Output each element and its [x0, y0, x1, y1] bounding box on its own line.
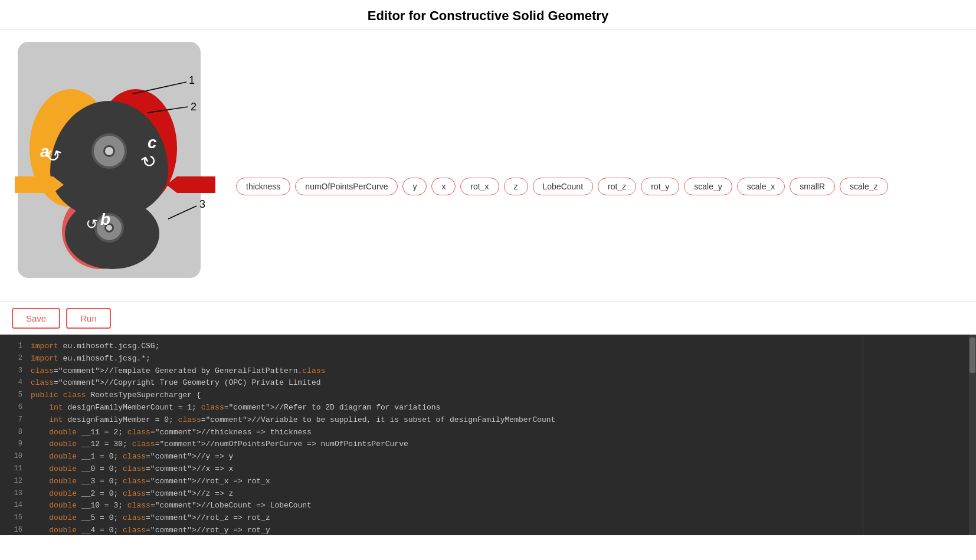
save-button[interactable]: Save: [12, 308, 60, 329]
param-tag-scale_z[interactable]: scale_z: [840, 178, 887, 195]
line-number: 4: [6, 377, 22, 388]
callout-2: 2: [191, 101, 196, 113]
code-line: 6 int designFamilyMemberCount = 1; class…: [0, 402, 863, 414]
code-line: 3class="comment">//Template Generated by…: [0, 365, 863, 378]
code-line: 16 double __4 = 0; class="comment">//rot…: [0, 525, 863, 535]
line-number: 6: [6, 402, 22, 413]
line-code: double __0 = 0; class="comment">//x => x: [31, 463, 857, 476]
line-number: 8: [6, 427, 22, 438]
callout-3: 3: [199, 198, 205, 211]
svg-line-2: [168, 206, 196, 219]
line-number: 2: [6, 353, 22, 364]
code-editor-right: [863, 335, 969, 535]
line-code: double __11 = 2; class="comment">//thick…: [31, 427, 857, 439]
run-button[interactable]: Run: [66, 308, 111, 329]
param-tag-numOfPointsPerCurve[interactable]: numOfPointsPerCurve: [295, 178, 398, 195]
code-line: 12 double __3 = 0; class="comment">//rot…: [0, 476, 863, 488]
shaft-top: [91, 133, 127, 169]
line-code: int designFamilyMemberCount = 1; class="…: [31, 402, 857, 414]
line-code: double __4 = 0; class="comment">//rot_y …: [31, 525, 857, 535]
code-line: 15 double __5 = 0; class="comment">//rot…: [0, 512, 863, 525]
param-tag-scale_y[interactable]: scale_y: [684, 178, 732, 195]
line-code: double __2 = 0; class="comment">//z => z: [31, 488, 857, 500]
line-code: double __10 = 3; class="comment">//LobeC…: [31, 500, 857, 512]
line-number: 15: [6, 512, 22, 523]
code-line: 8 double __11 = 2; class="comment">//thi…: [0, 427, 863, 439]
line-code: int designFamilyMember = 0; class="comme…: [31, 414, 857, 427]
line-code: import eu.mihosoft.jcsg.*;: [31, 353, 857, 365]
line-code: public class RootesTypeSupercharger {: [31, 389, 857, 402]
param-tag-rot_y[interactable]: rot_y: [641, 178, 679, 195]
csg-diagram: a b c ↺ ↺ ↺ 1 2 3: [18, 42, 201, 278]
line-number: 14: [6, 500, 22, 511]
param-tag-x[interactable]: x: [431, 178, 456, 195]
line-number: 10: [6, 451, 22, 462]
line-number: 11: [6, 463, 22, 474]
code-line: 11 double __0 = 0; class="comment">//x =…: [0, 463, 863, 476]
arrow-right: [177, 176, 215, 193]
param-tag-rot_z[interactable]: rot_z: [598, 178, 636, 195]
params-container: thicknessnumOfPointsPerCurveyxrot_xzLobe…: [236, 42, 958, 195]
page-title: Editor for Constructive Solid Geometry: [0, 0, 976, 30]
label-b: b: [100, 210, 110, 229]
code-line: 4class="comment">//Copyright True Geomet…: [0, 377, 863, 389]
shaft-top-inner: [103, 145, 115, 157]
line-number: 7: [6, 414, 22, 425]
line-number: 5: [6, 389, 22, 401]
line-code: double __1 = 0; class="comment">//y => y: [31, 451, 857, 463]
line-number: 12: [6, 476, 22, 487]
code-line: 10 double __1 = 0; class="comment">//y =…: [0, 451, 863, 463]
scrollbar-thumb[interactable]: [970, 338, 975, 373]
callout-1: 1: [189, 74, 195, 87]
code-line: 5public class RootesTypeSupercharger {: [0, 389, 863, 402]
line-code: import eu.mihosoft.jcsg.CSG;: [31, 340, 857, 353]
arrow-left: [15, 176, 53, 193]
param-tag-rot_x[interactable]: rot_x: [460, 178, 499, 195]
param-tag-z[interactable]: z: [504, 178, 528, 195]
editor-split: 1import eu.mihosoft.jcsg.CSG;2import eu.…: [0, 335, 976, 535]
param-tag-y[interactable]: y: [402, 178, 427, 195]
param-tag-LobeCount[interactable]: LobeCount: [533, 178, 594, 195]
line-number: 3: [6, 365, 22, 376]
line-code: class="comment">//Template Generated by …: [31, 365, 857, 378]
code-line: 14 double __10 = 3; class="comment">//Lo…: [0, 500, 863, 512]
line-number: 13: [6, 488, 22, 499]
line-code: double __12 = 30; class="comment">//numO…: [31, 438, 857, 451]
diagram-container: a b c ↺ ↺ ↺ 1 2 3: [18, 42, 218, 278]
line-number: 9: [6, 438, 22, 450]
code-line: 7 int designFamilyMember = 0; class="com…: [0, 414, 863, 427]
param-tag-smallR[interactable]: smallR: [790, 178, 835, 195]
scrollbar-track[interactable]: [969, 335, 976, 535]
line-code: double __3 = 0; class="comment">//rot_x …: [31, 476, 857, 488]
param-tag-scale_x[interactable]: scale_x: [737, 178, 785, 195]
code-editor-wrapper: 1import eu.mihosoft.jcsg.CSG;2import eu.…: [0, 335, 976, 535]
toolbar: Save Run: [0, 302, 976, 335]
code-editor-left[interactable]: 1import eu.mihosoft.jcsg.CSG;2import eu.…: [0, 335, 863, 535]
line-number: 1: [6, 340, 22, 352]
param-tag-thickness[interactable]: thickness: [236, 178, 290, 195]
line-number: 16: [6, 525, 22, 535]
line-code: double __5 = 0; class="comment">//rot_z …: [31, 512, 857, 525]
code-line: 1import eu.mihosoft.jcsg.CSG;: [0, 340, 863, 353]
code-line: 9 double __12 = 30; class="comment">//nu…: [0, 438, 863, 451]
code-line: 13 double __2 = 0; class="comment">//z =…: [0, 488, 863, 500]
code-line: 2import eu.mihosoft.jcsg.*;: [0, 353, 863, 365]
line-code: class="comment">//Copyright True Geometr…: [31, 377, 857, 389]
